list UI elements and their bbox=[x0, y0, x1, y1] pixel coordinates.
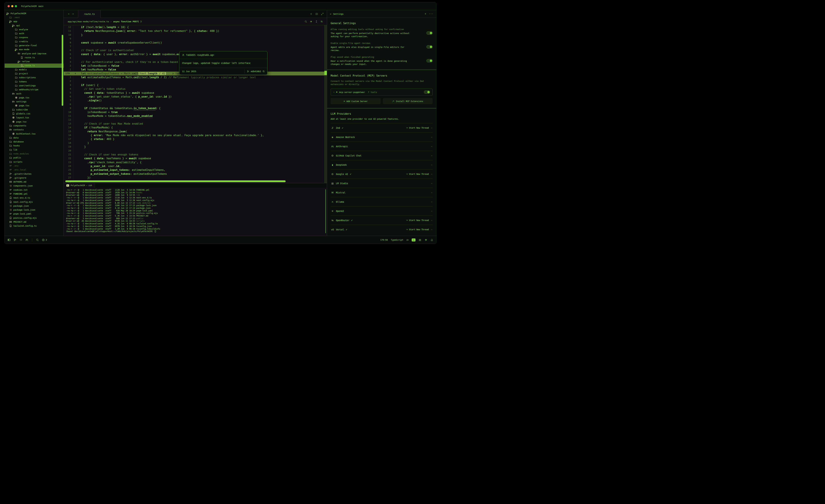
chevron-right-icon[interactable]: › bbox=[333, 91, 334, 93]
chevron-down-icon[interactable] bbox=[431, 219, 433, 221]
start-new-thread-button[interactable]: + Start New Thread bbox=[406, 127, 429, 129]
tree-item-cookies-txt[interactable]: cookies.txt bbox=[5, 188, 64, 192]
tree-item-models[interactable]: models bbox=[5, 68, 64, 71]
tree-item-globals-css[interactable]: cssglobals.css bbox=[5, 112, 64, 116]
tree-item-contexts[interactable]: contexts bbox=[5, 128, 64, 132]
setting-toggle[interactable] bbox=[426, 59, 433, 62]
tree-item--next[interactable]: .next bbox=[5, 15, 64, 19]
setting-toggle[interactable] bbox=[426, 45, 433, 49]
mcp-server-toggle[interactable] bbox=[424, 90, 430, 94]
tree-item-public[interactable]: public bbox=[5, 156, 64, 160]
minimize-window-button[interactable] bbox=[11, 5, 13, 7]
split-pane-icon[interactable] bbox=[315, 13, 318, 15]
inline-assist-icon[interactable] bbox=[315, 20, 318, 23]
tree-item-page-tsx[interactable]: page.tsx bbox=[5, 103, 64, 107]
tree-item-coupons[interactable]: coupons bbox=[5, 35, 64, 40]
tree-item-node-modules[interactable]: node_modules bbox=[5, 152, 64, 156]
tree-item-package-lock-json[interactable]: {}package-lock.json bbox=[5, 208, 64, 212]
provider-row-openai[interactable]: ✳OpenAI bbox=[331, 206, 433, 216]
notifications-bell-icon[interactable] bbox=[431, 238, 433, 241]
language-indicator[interactable]: TypeScript bbox=[391, 239, 403, 241]
vertical-scrollbar-track[interactable] bbox=[324, 25, 327, 183]
tree-item-polymtechhim[interactable]: PolymTechHIM bbox=[5, 11, 64, 15]
project-panel-icon[interactable] bbox=[8, 238, 10, 241]
provider-row-deepseek[interactable]: ◖DeepSeek bbox=[331, 160, 433, 169]
close-window-button[interactable] bbox=[8, 5, 10, 7]
chevron-down-icon[interactable] bbox=[431, 127, 433, 129]
tree-item-layout-tsx[interactable]: layout.tsx bbox=[5, 116, 64, 120]
tree-item--env[interactable]: .env bbox=[5, 164, 64, 168]
chevron-down-icon[interactable] bbox=[431, 201, 433, 203]
tree-item-privacy-md[interactable]: PRIVACY.md bbox=[5, 220, 64, 224]
tree-item-project[interactable]: project bbox=[5, 71, 64, 75]
assistant-icon[interactable] bbox=[425, 238, 427, 241]
provider-row-vercel[interactable]: v0Vercel✓+ Start New Thread bbox=[331, 225, 433, 234]
expand-pane-icon[interactable] bbox=[321, 13, 323, 15]
settings-new-icon[interactable]: + bbox=[425, 12, 426, 15]
setting-toggle[interactable] bbox=[426, 31, 433, 34]
tree-item-database[interactable]: database bbox=[5, 140, 64, 144]
tree-item-webhooks-stripe[interactable]: webhooks/stripe bbox=[5, 88, 64, 92]
add-custom-server-button[interactable]: +Add Custom Server bbox=[331, 98, 380, 104]
sparkle-icon[interactable] bbox=[310, 20, 312, 23]
tree-item-user-settings[interactable]: user/settings bbox=[5, 83, 64, 87]
install-mcp-extensions-button[interactable]: Install MCP Extensions bbox=[383, 98, 433, 104]
tree-item-components-json[interactable]: {}components.json bbox=[5, 184, 64, 188]
tree-item-scripts[interactable]: scripts bbox=[5, 160, 64, 164]
provider-row-ollama[interactable]: ∩Ollama bbox=[331, 197, 433, 206]
chevron-down-icon[interactable] bbox=[431, 173, 433, 175]
zoom-window-button[interactable] bbox=[15, 5, 17, 7]
debug-icon[interactable] bbox=[419, 238, 422, 241]
terminal-tab[interactable]: PolymTechHIM — zsh bbox=[64, 183, 95, 188]
provider-row-zed[interactable]: ℤZed✓+ Start New Thread bbox=[331, 123, 433, 132]
provider-row-github-copilot-chat[interactable]: ʘGitHub Copilot Chat bbox=[331, 151, 433, 160]
tree-item-components[interactable]: components bbox=[5, 124, 64, 128]
search-status-icon[interactable] bbox=[36, 238, 39, 241]
tree-item--gitattributes[interactable]: .gitattributes bbox=[5, 172, 64, 176]
start-new-thread-button[interactable]: + Start New Thread bbox=[406, 219, 429, 221]
tree-item-analyze[interactable]: analyze bbox=[5, 27, 64, 31]
new-tab-icon[interactable] bbox=[310, 13, 312, 15]
code-editor[interactable]: 12 if (text.trim().length < 10) {11 retu… bbox=[64, 25, 327, 183]
chevron-down-icon[interactable] bbox=[431, 192, 433, 194]
cursor-position[interactable]: 179:58 bbox=[380, 239, 388, 241]
tree-item-route-ts[interactable]: TS✱route.ts bbox=[5, 64, 64, 68]
tree-item-max-mode[interactable]: max-mode bbox=[5, 48, 64, 52]
tree-item-authors-md[interactable]: AUTHORS.md bbox=[5, 180, 64, 184]
search-icon[interactable] bbox=[305, 20, 307, 23]
tab-route-ts[interactable]: route.ts bbox=[78, 10, 101, 18]
tree-item-subscribe[interactable]: subscribe bbox=[5, 107, 64, 112]
tree-item-page-tsx[interactable]: page.tsx bbox=[5, 120, 64, 124]
provider-row-google-ai[interactable]: GGoogle AI✓+ Start New Thread bbox=[331, 169, 433, 178]
tree-item-lib[interactable]: lib bbox=[5, 148, 64, 152]
tree-item-data[interactable]: data bbox=[5, 136, 64, 140]
provider-row-anthropic[interactable]: A\Anthropic bbox=[331, 142, 433, 151]
outline-panel-icon[interactable] bbox=[19, 238, 22, 241]
tree-item-tokens[interactable]: tokens bbox=[5, 80, 64, 83]
tree-item-api[interactable]: api bbox=[5, 23, 64, 27]
terminal-scrollbar[interactable] bbox=[325, 189, 326, 233]
chevron-down-icon[interactable] bbox=[431, 229, 433, 230]
tree-item-package-json[interactable]: {}package.json bbox=[5, 204, 64, 208]
git-panel-icon[interactable] bbox=[13, 238, 16, 241]
tree-item-postcss-config-mjs[interactable]: JSpostcss.config.mjs bbox=[5, 216, 64, 220]
blame-sha[interactable]: edb418b2 bbox=[251, 69, 261, 73]
start-new-thread-button[interactable]: + Start New Thread bbox=[406, 173, 429, 175]
nav-back-icon[interactable]: ← bbox=[68, 12, 69, 15]
tree-item-hooks[interactable]: hooks bbox=[5, 144, 64, 148]
horizontal-scrollbar[interactable] bbox=[65, 181, 286, 182]
breadcrumb-symbol[interactable]: async function POST( ) bbox=[113, 20, 142, 23]
project-panel-scrollbar[interactable] bbox=[62, 35, 63, 106]
tree-item-app[interactable]: app bbox=[5, 19, 64, 23]
provider-row-lm-studio[interactable]: ▤LM Studio bbox=[331, 178, 433, 188]
start-new-thread-button[interactable]: + Start New Thread bbox=[406, 228, 429, 231]
tree-item-tailwind-config-ts[interactable]: TStailwind.config.ts bbox=[5, 224, 64, 228]
collab-panel-icon[interactable] bbox=[25, 238, 28, 241]
tree-item--gitignore[interactable]: .gitignore bbox=[5, 176, 64, 180]
tree-item-pnpm-lock-yaml[interactable]: pnpm-lock.yaml bbox=[5, 212, 64, 216]
tree-item-route-ts[interactable]: TSroute.ts bbox=[5, 56, 64, 59]
back-icon[interactable]: ← bbox=[330, 12, 331, 15]
breadcrumb-path[interactable]: app/api/max-mode/refine/route.ts bbox=[68, 20, 109, 23]
tree-item-auth[interactable]: auth bbox=[5, 31, 64, 35]
chevron-down-icon[interactable] bbox=[431, 136, 433, 138]
